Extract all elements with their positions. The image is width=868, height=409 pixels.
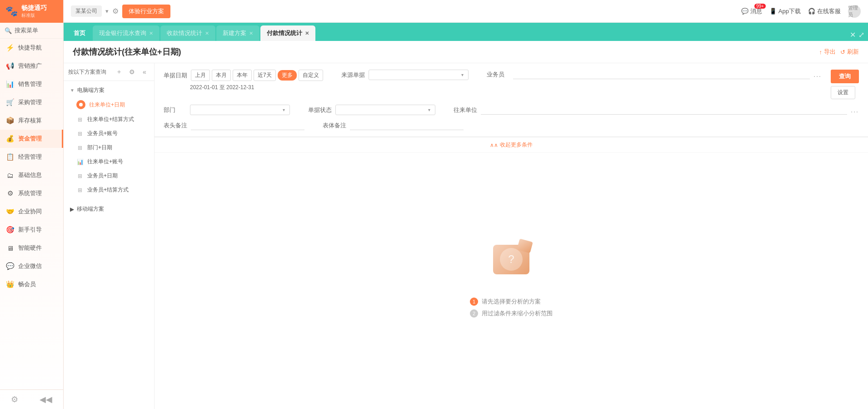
export-label: 导出 xyxy=(824,48,836,56)
pc-scheme-title[interactable]: ▼ 电脑端方案 xyxy=(64,84,154,97)
app-download-label: App下载 xyxy=(778,7,801,15)
sidebar-item-inventory[interactable]: 📦 库存核算 xyxy=(0,111,63,130)
scheme-item-unit-account-label: 往来单位+账号 xyxy=(87,158,123,166)
unit-input[interactable] xyxy=(481,105,847,115)
sidebar-item-operations[interactable]: 📋 经营管理 xyxy=(0,148,63,166)
unit-filter-label: 往来单位 xyxy=(454,106,477,114)
sidebar-item-wechat[interactable]: 💬 企业微信 xyxy=(0,257,63,275)
sidebar-item-enterprise[interactable]: 🤝 企业协同 xyxy=(0,202,63,221)
tab-home-label: 首页 xyxy=(74,29,85,37)
sidebar-item-guide[interactable]: 🎯 新手引导 xyxy=(0,221,63,239)
left-panel: 按以下方案查询 ＋ ⚙ « ▼ 电脑端方案 往来单位+日期 xyxy=(64,63,155,409)
sidebar-item-system-label: 系统管理 xyxy=(18,189,42,197)
export-icon: ↑ xyxy=(819,49,823,56)
online-service-action[interactable]: 🎧 在线客服 xyxy=(808,7,841,15)
tab-payment-stats-close[interactable]: ✕ xyxy=(305,30,309,36)
body-note-input[interactable] xyxy=(350,121,464,130)
source-select[interactable]: ▾ xyxy=(369,70,469,80)
guide-icon: 🎯 xyxy=(5,225,15,234)
refresh-btn[interactable]: ↺ 刷新 xyxy=(840,48,859,56)
scheme-item-staff-settlement[interactable]: ⊞ 业务员+结算方式 xyxy=(64,183,154,197)
tab-home[interactable]: 首页 xyxy=(67,25,92,41)
user-avatar[interactable]: 管理员 xyxy=(848,5,861,18)
sidebar-item-hardware-label: 智能硬件 xyxy=(18,244,42,252)
scheme-item-dept-date[interactable]: ⊞ 部门+日期 xyxy=(64,141,154,155)
tabs-bar: 首页 现金银行流水查询 ✕ 收款情况统计 ✕ 新建方案 ✕ 付款情况统计 ✕ ✕… xyxy=(64,23,868,41)
collapse-panel-btn[interactable]: « xyxy=(140,67,150,77)
sidebar-item-vip[interactable]: 👑 畅会员 xyxy=(0,275,63,293)
tab-collection-stats-close[interactable]: ✕ xyxy=(205,30,209,36)
scheme-item-staff-account[interactable]: ⊞ 业务员+账号 xyxy=(64,126,154,141)
doc-status-select-arrow: ▾ xyxy=(428,107,430,112)
message-action[interactable]: 💬 消息 99+ xyxy=(741,7,762,15)
dept-filter-label: 部门 xyxy=(164,106,186,114)
empty-illustration: ? xyxy=(484,245,539,290)
dept-select[interactable]: ▾ xyxy=(190,105,290,115)
inventory-icon: 📦 xyxy=(5,116,15,125)
sidebar-item-marketing[interactable]: 📢 营销推广 xyxy=(0,57,63,75)
export-btn[interactable]: ↑ 导出 xyxy=(819,48,836,56)
tab-payment-stats[interactable]: 付款情况统计 ✕ xyxy=(260,25,315,41)
scheme-item-staff-account-label: 业务员+账号 xyxy=(87,130,118,137)
date-btn-this-month[interactable]: 本月 xyxy=(212,70,231,81)
trial-btn[interactable]: 体验行业方案 xyxy=(122,5,170,18)
scheme-item-staff-date[interactable]: ⊞ 业务员+日期 xyxy=(64,169,154,183)
scheme-item-unit-account[interactable]: 📊 往来单位+账号 xyxy=(64,155,154,169)
collapse-bar[interactable]: ∧∧ 收起更多条件 xyxy=(155,137,868,152)
scheme-settings-btn[interactable]: ⚙ xyxy=(127,67,137,77)
mobile-section-arrow: ▶ xyxy=(70,206,74,212)
date-btn-last-month[interactable]: 上月 xyxy=(191,70,210,81)
header-settings-icon[interactable]: ⚙ xyxy=(112,7,119,15)
sidebar-item-enterprise-label: 企业协同 xyxy=(18,207,42,216)
sidebar-item-sales-label: 销售管理 xyxy=(18,80,42,88)
tab-cash-flow-close[interactable]: ✕ xyxy=(149,30,153,36)
doc-status-filter-label: 单据状态 xyxy=(308,106,332,114)
sidebar-item-purchase[interactable]: 🛒 采购管理 xyxy=(0,93,63,111)
tab-collection-stats-label: 收款情况统计 xyxy=(167,29,202,37)
sidebar-item-quick-nav-label: 快捷导航 xyxy=(18,44,42,52)
settings-bottom-icon[interactable]: ⚙ xyxy=(11,394,18,404)
dept-select-arrow: ▾ xyxy=(283,107,285,112)
search-menu[interactable]: 🔍 搜索菜单 xyxy=(0,23,63,39)
empty-tip-2-text: 用过滤条件来缩小分析范围 xyxy=(482,309,553,318)
app-download-action[interactable]: 📱 App下载 xyxy=(769,7,801,15)
sidebar-item-finance[interactable]: 💰 资金管理 xyxy=(0,130,63,148)
tab-new-scheme[interactable]: 新建方案 ✕ xyxy=(216,25,259,41)
scheme-item-unit-date[interactable]: 往来单位+日期 xyxy=(64,97,154,112)
header-note-input[interactable] xyxy=(191,121,304,130)
vip-icon: 👑 xyxy=(5,280,15,289)
sidebar-item-base-info[interactable]: 🗂 基础信息 xyxy=(0,166,63,184)
table-icon-3: ⊞ xyxy=(76,144,84,151)
empty-tips: 1 请先选择要分析的方案 2 用过滤条件来缩小分析范围 xyxy=(470,298,553,318)
mobile-scheme-title[interactable]: ▶ 移动端方案 xyxy=(64,202,154,216)
hardware-icon: 🖥 xyxy=(5,243,15,252)
tab-new-scheme-close[interactable]: ✕ xyxy=(249,30,253,36)
company-name[interactable]: 某某公司 xyxy=(71,5,102,17)
date-btn-this-year[interactable]: 本年 xyxy=(233,70,252,81)
doc-status-select[interactable]: ▾ xyxy=(335,105,435,115)
company-dropdown-arrow[interactable]: ▾ xyxy=(105,8,109,15)
main-area: 某某公司 ▾ ⚙ 体验行业方案 💬 消息 99+ 📱 App下载 🎧 在线客服 … xyxy=(64,0,868,409)
date-btn-last-7[interactable]: 近7天 xyxy=(254,70,276,81)
tab-collection-stats[interactable]: 收款情况统计 ✕ xyxy=(160,25,215,41)
close-all-tabs-btn[interactable]: ✕ xyxy=(850,30,856,39)
sidebar-item-sales[interactable]: 📊 销售管理 xyxy=(0,75,63,93)
sidebar-item-guide-label: 新手引导 xyxy=(18,226,42,234)
empty-tip-2: 2 用过滤条件来缩小分析范围 xyxy=(470,309,553,318)
staff-input[interactable] xyxy=(513,70,810,79)
staff-filter-dots[interactable]: ... xyxy=(813,71,822,78)
date-btn-more[interactable]: 更多 xyxy=(278,70,297,81)
query-btn[interactable]: 查询 xyxy=(831,70,859,83)
unit-filter-dots[interactable]: ... xyxy=(851,106,859,114)
tab-cash-flow[interactable]: 现金银行流水查询 ✕ xyxy=(93,25,160,41)
date-btn-custom[interactable]: 自定义 xyxy=(299,70,323,81)
add-scheme-btn[interactable]: ＋ xyxy=(114,67,124,77)
maximize-btn[interactable]: ⤢ xyxy=(858,30,864,39)
sidebar-item-system[interactable]: ⚙ 系统管理 xyxy=(0,184,63,202)
sidebar-item-hardware[interactable]: 🖥 智能硬件 xyxy=(0,239,63,257)
settings-filter-btn[interactable]: 设置 xyxy=(831,86,855,99)
date-filter-label: 单据日期 xyxy=(164,71,187,80)
scheme-item-unit-settlement[interactable]: ⊞ 往来单位+结算方式 xyxy=(64,112,154,126)
sidebar-item-quick-nav[interactable]: ⚡ 快捷导航 xyxy=(0,39,63,57)
collapse-sidebar-icon[interactable]: ◀◀ xyxy=(40,394,52,404)
